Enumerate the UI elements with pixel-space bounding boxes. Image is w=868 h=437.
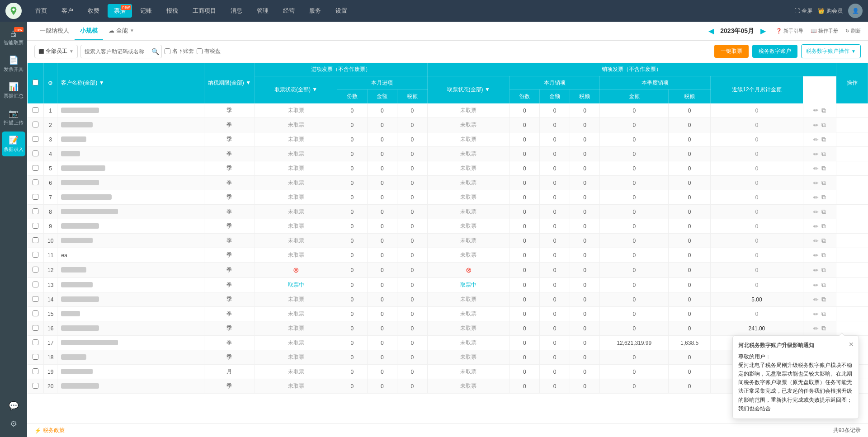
tab-all-dropdown-icon[interactable]: ▼ — [130, 28, 134, 33]
edit-btn[interactable]: ✏ — [813, 252, 819, 259]
row-checkbox[interactable] — [33, 237, 38, 243]
nav-business[interactable]: 工商项目 — [186, 4, 222, 18]
edit-btn[interactable]: ✏ — [813, 282, 819, 289]
nav-invoice[interactable]: 票据 new — [108, 4, 132, 18]
row-checkbox[interactable] — [33, 223, 38, 229]
date-prev-btn[interactable]: ◀ — [706, 26, 717, 37]
date-next-btn[interactable]: ▶ — [758, 26, 769, 37]
edit-btn[interactable]: ✏ — [813, 107, 819, 114]
row-checkbox[interactable] — [33, 107, 38, 113]
nav-operation[interactable]: 经营 — [277, 4, 301, 18]
row-checkbox[interactable] — [33, 296, 38, 302]
edit-btn[interactable]: ✏ — [813, 208, 819, 216]
edit-btn[interactable]: ✏ — [813, 179, 819, 187]
edit-btn[interactable]: ✏ — [813, 122, 819, 129]
sidebar-item-gear[interactable]: ⚙ — [2, 415, 25, 433]
vip-btn[interactable]: 👑 购会员 — [818, 7, 843, 15]
row-checkbox[interactable] — [33, 150, 38, 156]
copy-btn[interactable]: ⧉ — [821, 136, 826, 143]
xiazhangshu-checkbox[interactable] — [165, 48, 170, 54]
row-checkbox[interactable] — [33, 339, 38, 345]
checkbox-youshui[interactable]: 有税盘 — [197, 47, 221, 55]
checkbox-xiazhangshu[interactable]: 名下账套 — [165, 47, 194, 55]
copy-btn[interactable]: ⧉ — [821, 121, 826, 129]
row-checkbox[interactable] — [33, 354, 38, 360]
row-checkbox[interactable] — [33, 179, 38, 185]
copy-btn[interactable]: ⧉ — [821, 179, 826, 187]
row-checkbox[interactable] — [33, 252, 38, 258]
shuiwu-caozuo-btn[interactable]: 税务数字账户操作 ▼ — [801, 44, 861, 58]
nav-client[interactable]: 客户 — [55, 4, 80, 18]
search-input[interactable] — [80, 45, 162, 58]
youshui-checkbox[interactable] — [197, 48, 203, 54]
copy-btn[interactable]: ⧉ — [821, 150, 826, 158]
edit-btn[interactable]: ✏ — [813, 296, 819, 303]
nav-fee[interactable]: 收费 — [81, 4, 106, 18]
tab-general-taxpayer[interactable]: 一般纳税人 — [34, 22, 75, 40]
edit-btn[interactable]: ✏ — [813, 165, 819, 172]
yijian-qupiao-btn[interactable]: 一键取票 — [714, 45, 749, 58]
copy-btn[interactable]: ⧉ — [821, 251, 826, 259]
row-checkbox[interactable] — [33, 165, 38, 171]
copy-btn[interactable]: ⧉ — [821, 107, 826, 114]
row-checkbox[interactable] — [33, 208, 38, 214]
row-checkbox[interactable] — [33, 194, 38, 200]
nav-settings[interactable]: 设置 — [329, 4, 354, 18]
copy-btn[interactable]: ⧉ — [821, 164, 826, 172]
fullscreen-btn[interactable]: ⛶ 全屏 — [794, 7, 812, 15]
edit-btn[interactable]: ✏ — [813, 194, 819, 201]
sidebar-item-invoice-entry[interactable]: 📝 票据录入 — [2, 132, 25, 156]
edit-btn[interactable]: ✏ — [813, 310, 819, 318]
copy-btn[interactable]: ⧉ — [821, 324, 826, 332]
tax-policy-link[interactable]: ⚡ 税务政策 — [34, 427, 65, 434]
nav-tax[interactable]: 报税 — [160, 4, 184, 18]
manual-btn[interactable]: 📖 操作手册 — [811, 28, 838, 34]
copy-btn[interactable]: ⧉ — [821, 310, 826, 318]
nav-message[interactable]: 消息 — [224, 4, 249, 18]
table-row: 3 季 未取票 0 0 0 未取票 0 0 0 0 0 0 ✏ ⧉ — [28, 132, 868, 147]
nav-service[interactable]: 服务 — [303, 4, 327, 18]
notification-close-btn[interactable]: ✕ — [849, 339, 854, 349]
shuiwu-digital-btn[interactable]: 税务数字账户 — [752, 45, 797, 58]
edit-btn[interactable]: ✏ — [813, 150, 819, 158]
edit-btn[interactable]: ✏ — [813, 267, 819, 274]
row-checkbox[interactable] — [33, 282, 38, 287]
edit-btn[interactable]: ✏ — [813, 237, 819, 244]
search-icon[interactable]: 🔍 — [151, 48, 159, 55]
nav-bookkeeping[interactable]: 记账 — [134, 4, 158, 18]
copy-btn[interactable]: ⧉ — [821, 296, 826, 303]
employee-selector[interactable]: ⬛ 全部员工 ▼ — [34, 45, 78, 58]
nav-home[interactable]: 首页 — [29, 4, 53, 18]
nav-manage[interactable]: 管理 — [250, 4, 275, 18]
sidebar-item-chat[interactable]: 💬 — [2, 397, 25, 415]
copy-btn[interactable]: ⧉ — [821, 208, 826, 216]
copy-btn[interactable]: ⧉ — [821, 266, 826, 274]
copy-btn[interactable]: ⧉ — [821, 222, 826, 230]
tab-all[interactable]: ☁ 全能 ▼ — [103, 22, 140, 40]
tab-small-scale[interactable]: 小规模 — [75, 22, 103, 40]
sidebar-item-smart-ticket[interactable]: 🖨 智能取票 new — [2, 25, 25, 50]
guide-btn[interactable]: ❓ 新手引导 — [776, 28, 803, 34]
row-checkbox[interactable] — [33, 325, 38, 331]
sidebar-item-invoice-open[interactable]: 📄 发票开具 — [2, 52, 25, 76]
row-checkbox[interactable] — [33, 310, 38, 316]
row-checkbox[interactable] — [33, 368, 38, 374]
row-checkbox[interactable] — [33, 122, 38, 127]
sidebar-item-scan-upload[interactable]: 📷 扫描上传 — [2, 105, 25, 130]
copy-btn[interactable]: ⧉ — [821, 193, 826, 201]
edit-btn[interactable]: ✏ — [813, 136, 819, 143]
row-checkbox[interactable] — [33, 383, 38, 389]
nav-invoice-badge: new — [121, 5, 131, 10]
sidebar-item-invoice-summary[interactable]: 📊 票据汇总 — [2, 78, 25, 103]
td-out-tax: 0 — [570, 190, 600, 205]
copy-btn[interactable]: ⧉ — [821, 237, 826, 244]
select-all-checkbox[interactable] — [33, 80, 38, 85]
user-avatar[interactable]: 👤 — [848, 4, 863, 18]
copy-btn[interactable]: ⧉ — [821, 281, 826, 289]
td-in-count: 0 — [337, 219, 368, 234]
row-checkbox[interactable] — [33, 136, 38, 142]
refresh-btn[interactable]: ↻ 刷新 — [845, 28, 861, 34]
edit-btn[interactable]: ✏ — [813, 223, 819, 230]
row-checkbox[interactable] — [33, 267, 38, 273]
edit-btn[interactable]: ✏ — [813, 325, 819, 332]
